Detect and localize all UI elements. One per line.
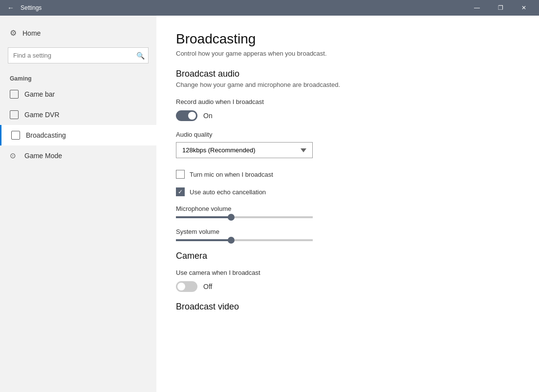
page-title: Broadcasting (176, 31, 519, 47)
system-volume-slider[interactable] (176, 239, 313, 241)
sidebar-item-game-mode[interactable]: ⊙ Game Mode (0, 145, 156, 166)
home-icon: ⚙ (10, 28, 17, 38)
game-dvr-icon (10, 110, 19, 119)
audio-quality-row: Audio quality 128kbps (Recommended) 64kb… (176, 131, 519, 158)
record-audio-label: Record audio when I broadcast (176, 98, 519, 105)
record-audio-state-text: On (203, 112, 213, 120)
turn-mic-row: Turn mic on when I broadcast (176, 170, 519, 179)
echo-cancel-label: Use auto echo cancellation (190, 188, 266, 196)
system-volume-section: System volume (176, 228, 519, 241)
camera-title: Camera (176, 251, 519, 261)
sidebar-section-label: Gaming (0, 71, 156, 84)
use-camera-toggle[interactable] (176, 281, 197, 292)
broadcast-audio-subtitle: Change how your game and microphone are … (176, 81, 519, 88)
window-controls: — ❐ ✕ (466, 0, 535, 16)
broadcast-video-title: Broadcast video (176, 302, 519, 312)
audio-quality-label: Audio quality (176, 131, 519, 138)
use-camera-state-text: Off (203, 283, 212, 290)
sidebar-home[interactable]: ⚙ Home (0, 23, 156, 42)
sidebar-item-label-game-mode: Game Mode (24, 152, 62, 160)
home-label: Home (22, 29, 41, 37)
use-camera-label: Use camera when I broadcast (176, 269, 519, 276)
broadcasting-icon (11, 131, 20, 140)
search-icon: 🔍 (136, 52, 145, 60)
checkmark-icon: ✓ (178, 188, 183, 195)
back-button[interactable]: ← (4, 1, 18, 15)
toggle-knob-camera (177, 283, 185, 290)
maximize-button[interactable]: ❐ (489, 0, 512, 16)
titlebar-title: Settings (18, 4, 466, 11)
echo-cancel-row: ✓ Use auto echo cancellation (176, 187, 519, 196)
audio-quality-select[interactable]: 128kbps (Recommended) 64kbps 192kbps 320… (176, 142, 313, 158)
page-subtitle: Control how your game apperas when you b… (176, 50, 519, 57)
sidebar-item-game-dvr[interactable]: Game DVR (0, 104, 156, 125)
mic-volume-section: Microphone volume (176, 205, 519, 218)
echo-cancel-checkbox[interactable]: ✓ (176, 187, 185, 196)
sidebar: ⚙ Home 🔍 Gaming Game bar Game DVR Broadc… (0, 16, 156, 392)
sidebar-item-label-game-bar: Game bar (24, 90, 55, 98)
mic-volume-slider[interactable] (176, 216, 313, 218)
mic-volume-label: Microphone volume (176, 205, 519, 212)
turn-mic-label: Turn mic on when I broadcast (190, 171, 273, 178)
record-audio-toggle-row: On (176, 110, 519, 121)
app-body: ⚙ Home 🔍 Gaming Game bar Game DVR Broadc… (0, 16, 539, 392)
close-button[interactable]: ✕ (513, 0, 535, 16)
game-bar-icon (10, 90, 19, 99)
sidebar-item-label-broadcasting: Broadcasting (26, 131, 66, 139)
broadcast-audio-title: Broadcast audio (176, 69, 519, 79)
game-mode-icon: ⊙ (10, 151, 19, 160)
sidebar-item-label-game-dvr: Game DVR (24, 111, 60, 119)
titlebar: ← Settings — ❐ ✕ (0, 0, 539, 16)
toggle-knob-record (188, 112, 196, 120)
sidebar-search-container: 🔍 (8, 47, 149, 63)
turn-mic-checkbox[interactable] (176, 170, 185, 179)
record-audio-toggle[interactable] (176, 110, 197, 121)
minimize-button[interactable]: — (466, 0, 488, 16)
use-camera-toggle-row: Off (176, 281, 519, 292)
search-input[interactable] (8, 47, 149, 63)
content-panel: Broadcasting Control how your game apper… (156, 16, 539, 392)
sidebar-item-broadcasting[interactable]: Broadcasting (0, 125, 156, 145)
sidebar-item-game-bar[interactable]: Game bar (0, 84, 156, 104)
system-volume-label: System volume (176, 228, 519, 235)
